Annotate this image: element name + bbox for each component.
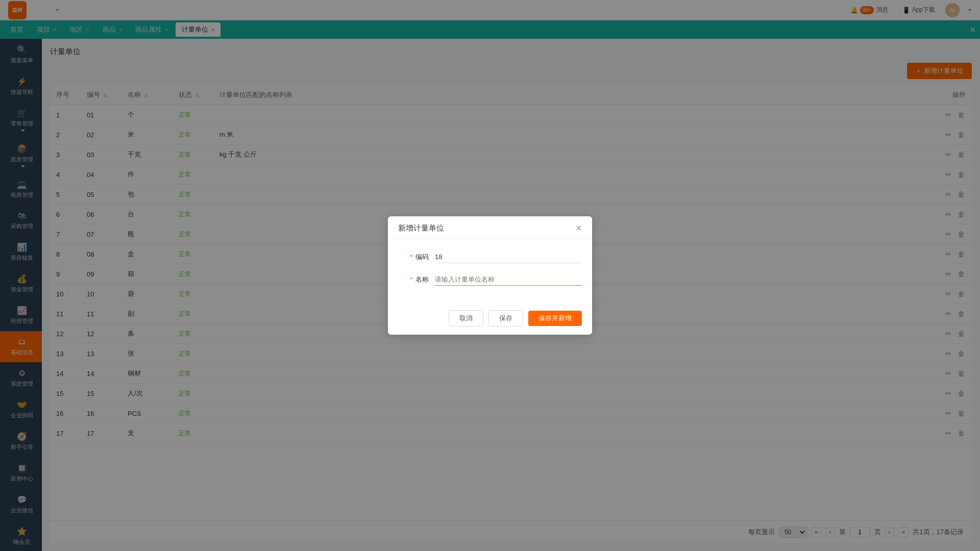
- name-label: * 名称: [398, 275, 429, 284]
- modal-title: 新增计量单位: [398, 223, 444, 233]
- code-required-mark: *: [410, 253, 412, 261]
- cancel-button[interactable]: 取消: [449, 310, 483, 327]
- name-input[interactable]: [435, 273, 582, 286]
- modal-body: * 编码 * 名称: [388, 239, 592, 304]
- modal-add-unit: 新增计量单位 ✕ * 编码 * 名称 取消 保存 保存并新增: [388, 216, 592, 335]
- save-button[interactable]: 保存: [488, 310, 523, 327]
- modal-close-button[interactable]: ✕: [575, 224, 582, 233]
- code-input[interactable]: [435, 251, 582, 263]
- modal-overlay[interactable]: 新增计量单位 ✕ * 编码 * 名称 取消 保存 保存并新增: [0, 0, 980, 551]
- form-row-name: * 名称: [398, 273, 582, 286]
- form-row-code: * 编码: [398, 251, 582, 263]
- modal-header: 新增计量单位 ✕: [388, 216, 592, 239]
- name-required-mark: *: [410, 276, 412, 283]
- code-label: * 编码: [398, 253, 429, 262]
- save-and-add-button[interactable]: 保存并新增: [528, 311, 582, 326]
- modal-footer: 取消 保存 保存并新增: [388, 304, 592, 335]
